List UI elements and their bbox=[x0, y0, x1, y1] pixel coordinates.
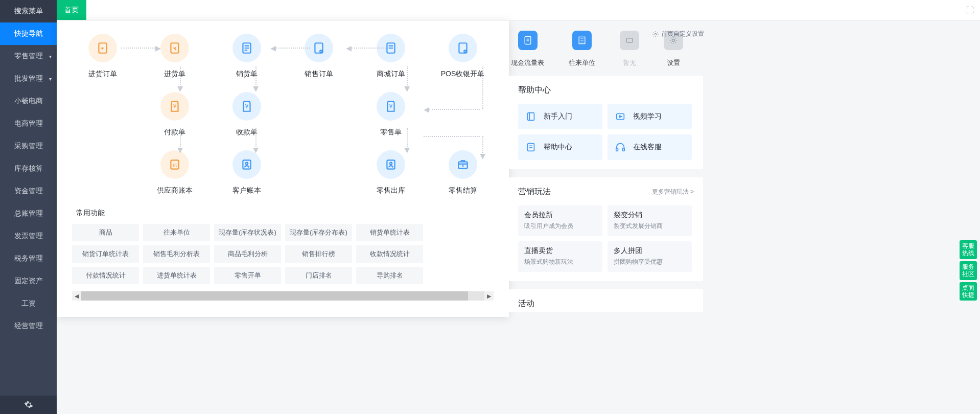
svg-rect-26 bbox=[528, 144, 534, 151]
marketing-item[interactable]: 多人拼团拼团购物享受优惠 bbox=[608, 241, 692, 272]
blank-icon bbox=[624, 35, 635, 45]
report-icon bbox=[523, 35, 533, 45]
arrow-icon: ▶ bbox=[121, 48, 161, 49]
marketing-item[interactable]: 裂变分销裂变式发展分销商 bbox=[608, 205, 692, 236]
common-btn[interactable]: 销货单统计表 bbox=[356, 224, 423, 241]
sticky-hotline[interactable]: 客服热线 bbox=[960, 240, 977, 259]
activity-card: 活动 bbox=[509, 289, 703, 312]
svg-rect-3 bbox=[315, 43, 322, 53]
arrow-icon bbox=[424, 136, 480, 137]
sidebar-item-tax[interactable]: 税务管理 bbox=[0, 247, 57, 270]
flow-payment[interactable]: ¥ bbox=[160, 92, 189, 121]
common-btn[interactable]: 商品 bbox=[72, 224, 139, 241]
common-btn[interactable]: 销货订单统计表 bbox=[72, 245, 139, 263]
arrow-icon: ▶ bbox=[180, 66, 181, 89]
flow-sales-bill[interactable] bbox=[232, 34, 261, 62]
sidebar: 搜索菜单 快捷导航 零售管理▾ 批发管理▾ 小畅电商 电商管理 采购管理 库存核… bbox=[0, 0, 57, 414]
svg-text:供: 供 bbox=[173, 163, 177, 168]
horizontal-scrollbar[interactable]: ◀ ▶ bbox=[72, 291, 494, 301]
arrow-icon: ▶ bbox=[270, 48, 310, 49]
flow-customer-ledger[interactable] bbox=[232, 150, 261, 179]
common-btn[interactable]: 现存量(库存状况表) bbox=[214, 224, 281, 241]
svg-point-19 bbox=[655, 33, 657, 35]
tab-home[interactable]: 首页 bbox=[57, 0, 86, 20]
custom-home-setting[interactable]: 首页自定义设置 bbox=[652, 30, 704, 38]
common-btn[interactable]: 进货单统计表 bbox=[143, 267, 210, 284]
common-btn[interactable]: 现存量(库存分布表) bbox=[285, 224, 352, 241]
building-icon bbox=[577, 35, 587, 45]
flow-purchase-bill[interactable] bbox=[160, 34, 189, 62]
shortcut-cashflow[interactable]: 现金流量表 bbox=[511, 31, 544, 67]
marketing-item[interactable]: 会员拉新吸引用户成为会员 bbox=[518, 205, 602, 236]
sidebar-item-ecomm[interactable]: 电商管理 bbox=[0, 112, 57, 135]
sidebar-item-quicknav[interactable]: 快捷导航 bbox=[0, 22, 57, 45]
arrow-icon bbox=[482, 66, 483, 109]
flow-retail-bill[interactable]: ¥ bbox=[377, 92, 405, 121]
sidebar-item-operations[interactable]: 经营管理 bbox=[0, 315, 57, 337]
sidebar-item-inventory[interactable]: 库存核算 bbox=[0, 157, 57, 180]
svg-point-16 bbox=[390, 163, 392, 165]
common-functions-title: 常用功能 bbox=[76, 209, 499, 218]
scroll-right-button[interactable]: ▶ bbox=[484, 291, 494, 301]
help-beginner[interactable]: 新手入门 bbox=[518, 104, 602, 129]
svg-point-23 bbox=[672, 39, 675, 42]
svg-text:¥: ¥ bbox=[173, 103, 177, 109]
common-btn[interactable]: 往来单位 bbox=[143, 224, 210, 241]
tabbar: 首页 ⛶ bbox=[57, 0, 980, 20]
arrow-icon: ▶ bbox=[407, 128, 408, 150]
scroll-left-button[interactable]: ◀ bbox=[72, 291, 81, 301]
marketing-card: 营销玩法更多营销玩法 > 会员拉新吸引用户成为会员 裂变分销裂变式发展分销商 直… bbox=[509, 177, 703, 281]
svg-point-7 bbox=[464, 50, 466, 52]
shortcut-empty[interactable]: 暂无 bbox=[620, 31, 639, 67]
sidebar-item-xc-ecomm[interactable]: 小畅电商 bbox=[0, 90, 57, 112]
arrow-icon: ▶ bbox=[407, 66, 408, 89]
common-btn[interactable]: 商品毛利分析 bbox=[214, 245, 281, 263]
flow-supplier-ledger[interactable]: 供 bbox=[160, 150, 189, 179]
book-icon bbox=[525, 111, 536, 122]
common-btn[interactable]: 门店排名 bbox=[285, 267, 352, 284]
svg-rect-27 bbox=[616, 148, 618, 151]
sticky-community[interactable]: 服务社区 bbox=[960, 261, 977, 280]
svg-rect-6 bbox=[459, 43, 466, 53]
sidebar-item-retail[interactable]: 零售管理▾ bbox=[0, 45, 57, 67]
flow-receipt[interactable]: ¥ bbox=[232, 92, 261, 121]
sticky-desktop[interactable]: 桌面快捷 bbox=[960, 282, 977, 301]
common-btn[interactable]: 导购排名 bbox=[356, 267, 423, 284]
shortcut-contacts[interactable]: 往来单位 bbox=[569, 31, 595, 67]
fullscreen-button[interactable]: ⛶ bbox=[960, 0, 980, 20]
common-btn[interactable]: 销售排行榜 bbox=[285, 245, 352, 263]
common-btn[interactable]: 付款情况统计 bbox=[72, 267, 139, 284]
help-center[interactable]: 帮助中心 bbox=[518, 134, 602, 160]
common-btn[interactable]: 收款情况统计 bbox=[356, 245, 423, 263]
chevron-down-icon: ▾ bbox=[49, 76, 52, 82]
sidebar-search[interactable]: 搜索菜单 bbox=[0, 0, 57, 22]
flow-retail-out[interactable] bbox=[377, 150, 405, 179]
help-center-title: 帮助中心 bbox=[518, 85, 551, 96]
sidebar-item-ledger[interactable]: 总账管理 bbox=[0, 202, 57, 225]
marketing-item[interactable]: 直播卖货场景式购物新玩法 bbox=[518, 241, 602, 272]
marketing-title: 营销玩法 bbox=[518, 187, 551, 197]
quicknav-flyout: 进货订单 进货单 销货单 销售订单 商城订单 POS收银开单 ¥付款单 ¥收款单… bbox=[57, 20, 509, 317]
gear-icon bbox=[652, 31, 659, 38]
sidebar-item-purchase[interactable]: 采购管理 bbox=[0, 135, 57, 157]
common-btn[interactable]: 零售开单 bbox=[214, 267, 281, 284]
sidebar-item-funds[interactable]: 资金管理 bbox=[0, 180, 57, 202]
sidebar-item-salary[interactable]: 工资 bbox=[0, 292, 57, 315]
common-btn[interactable]: 销售毛利分析表 bbox=[143, 245, 210, 263]
arrow-icon: ▶ bbox=[346, 48, 386, 49]
svg-rect-22 bbox=[626, 38, 633, 42]
flow-retail-settle[interactable]: ¥ bbox=[449, 150, 477, 179]
help-chat[interactable]: 在线客服 bbox=[608, 134, 692, 160]
activity-title: 活动 bbox=[518, 298, 534, 309]
sidebar-item-fixed-assets[interactable]: 固定资产 bbox=[0, 270, 57, 292]
sidebar-settings-button[interactable] bbox=[0, 396, 57, 414]
help-video[interactable]: 视频学习 bbox=[608, 104, 692, 129]
marketing-more[interactable]: 更多营销玩法 > bbox=[652, 188, 694, 196]
svg-text:¥: ¥ bbox=[461, 163, 464, 168]
sidebar-item-invoice[interactable]: 发票管理 bbox=[0, 225, 57, 247]
flow-purchase-order[interactable] bbox=[88, 34, 117, 62]
arrow-icon: ▶ bbox=[255, 128, 256, 150]
flow-pos-open[interactable] bbox=[449, 34, 477, 62]
svg-rect-21 bbox=[579, 37, 585, 43]
sidebar-item-wholesale[interactable]: 批发管理▾ bbox=[0, 67, 57, 90]
